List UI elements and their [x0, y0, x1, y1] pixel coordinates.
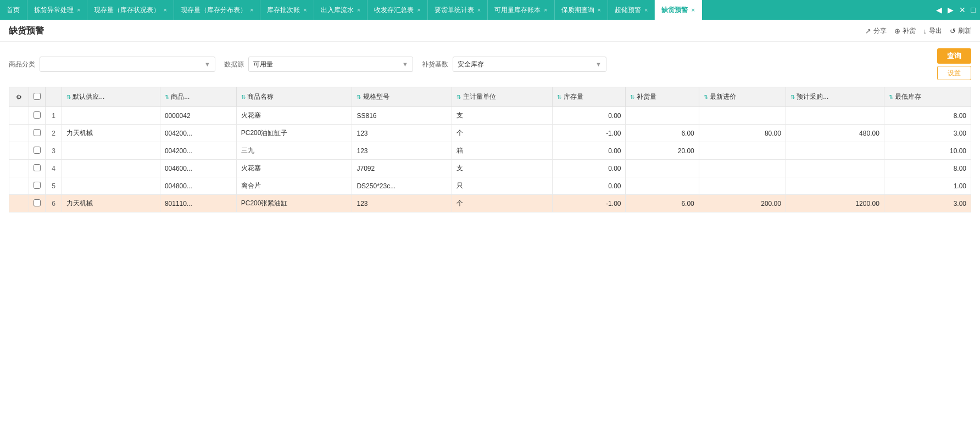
row-gear-cell-2 [9, 142, 29, 160]
datasource-select[interactable]: 可用量 ▼ [248, 57, 413, 72]
row-latest_price-3 [699, 160, 786, 177]
refresh-button[interactable]: ↺ 刷新 [950, 26, 971, 36]
select-all-checkbox[interactable] [34, 93, 41, 100]
datasource-label: 数据源 [224, 60, 244, 69]
code-th[interactable]: ⇅ 商品... [160, 87, 236, 107]
stock-th[interactable]: ⇅ 库存量 [553, 87, 626, 107]
tab-label-3: 现存量（库存分布表） [181, 5, 247, 15]
tab-label-6: 收发存汇总表 [374, 5, 414, 15]
export-button[interactable]: ↓ 导出 [923, 26, 943, 36]
tab-label-5: 出入库流水 [321, 5, 354, 15]
tab-item-4[interactable]: 库存批次账× [260, 0, 314, 20]
tab-prev-button[interactable]: ◀ [934, 5, 944, 15]
category-select[interactable]: ▼ [40, 57, 215, 72]
row-stock-3: 0.00 [553, 160, 626, 177]
tab-close-btn-5[interactable]: × [357, 7, 360, 13]
row-spec-3: J7092 [352, 160, 452, 177]
tab-close-btn-7[interactable]: × [477, 7, 481, 13]
supplier-th[interactable]: ⇅ 默认供应... [62, 87, 160, 107]
latest-price-th[interactable]: ⇅ 最新进价 [699, 87, 786, 107]
gear-settings-th[interactable]: ⚙ [9, 87, 29, 107]
tab-item-10[interactable]: 超储预警× [608, 0, 655, 20]
tab-item-5[interactable]: 出入库流水× [314, 0, 368, 20]
tab-close-btn-1[interactable]: × [77, 7, 80, 13]
tab-item-6[interactable]: 收发存汇总表× [368, 0, 427, 20]
spec-th[interactable]: ⇅ 规格型号 [352, 87, 452, 107]
tab-close-all-button[interactable]: ✕ [957, 5, 968, 15]
tab-close-btn-6[interactable]: × [417, 7, 420, 13]
row-checkbox-5[interactable] [34, 199, 41, 206]
tab-item-8[interactable]: 可用量库存账本× [488, 0, 554, 20]
tab-item-9[interactable]: 保质期查询× [555, 0, 608, 20]
tab-close-btn-11[interactable]: × [691, 7, 694, 13]
unit-th[interactable]: ⇅ 主计量单位 [452, 87, 553, 107]
settings-button[interactable]: 设置 [937, 66, 971, 80]
row-latest_price-0 [699, 107, 786, 125]
row-stock-0: 0.00 [553, 107, 626, 125]
restock-base-label: 补货基数 [422, 60, 448, 69]
row-checkbox-cell-3 [29, 160, 46, 177]
share-button[interactable]: ↗ 分享 [865, 26, 887, 36]
row-est_purchase-5: 1200.00 [786, 195, 884, 212]
row-checkbox-1[interactable] [34, 129, 41, 136]
sort-icon-restock: ⇅ [630, 94, 634, 100]
tab-close-btn-2[interactable]: × [163, 7, 166, 13]
table-row: 2力天机械004200...PC200油缸缸子123个-1.006.0080.0… [9, 125, 971, 142]
tab-item-1[interactable]: 拣货异常处理× [27, 0, 87, 20]
row-supplier-3 [62, 160, 160, 177]
table-header-row: ⚙ ⇅ 默认供应... ⇅ 商品... ⇅ 商品名称 ⇅ 规格型号 ⇅ 主计量单… [9, 87, 971, 107]
row-min_stock-3: 8.00 [884, 160, 971, 177]
row-est_purchase-3 [786, 160, 884, 177]
row-index-2: 3 [46, 142, 62, 160]
select-all-th[interactable] [29, 87, 46, 107]
data-table: ⚙ ⇅ 默认供应... ⇅ 商品... ⇅ 商品名称 ⇅ 规格型号 ⇅ 主计量单… [9, 87, 971, 212]
row-checkbox-2[interactable] [34, 147, 41, 154]
sort-icon-name: ⇅ [241, 94, 246, 100]
row-est_purchase-1: 480.00 [786, 125, 884, 142]
row-name-0: 火花塞 [236, 107, 352, 125]
row-unit-2: 箱 [452, 142, 553, 160]
tab-item-2[interactable]: 现存量（库存状况表）× [87, 0, 174, 20]
min-stock-th[interactable]: ⇅ 最低库存 [884, 87, 971, 107]
tab-item-11[interactable]: 缺货预警× [655, 0, 701, 20]
name-th[interactable]: ⇅ 商品名称 [236, 87, 352, 107]
row-unit-0: 支 [452, 107, 553, 125]
query-button[interactable]: 查询 [937, 48, 971, 64]
tab-item-7[interactable]: 要货单统计表× [428, 0, 488, 20]
tab-label-0: 首页 [7, 5, 20, 15]
sort-icon-spec: ⇅ [357, 94, 361, 100]
tab-close-btn-4[interactable]: × [303, 7, 307, 13]
row-min_stock-1: 3.00 [884, 125, 971, 142]
restock-base-select[interactable]: 安全库存 ▼ [453, 57, 606, 72]
restock-base-select-arrow-icon: ▼ [595, 61, 602, 68]
tab-item-0[interactable]: 首页 [0, 0, 27, 20]
est-purchase-th[interactable]: ⇅ 预计采购... [786, 87, 884, 107]
tab-next-button[interactable]: ▶ [945, 5, 956, 15]
row-supplier-1: 力天机械 [62, 125, 160, 142]
tab-close-btn-10[interactable]: × [644, 7, 648, 13]
restock-th[interactable]: ⇅ 补货量 [626, 87, 699, 107]
tab-close-btn-9[interactable]: × [598, 7, 601, 13]
restock-button[interactable]: ⊕ 补货 [894, 26, 916, 36]
row-checkbox-cell-4 [29, 177, 46, 195]
row-name-2: 三九 [236, 142, 352, 160]
row-checkbox-cell-0 [29, 107, 46, 125]
table-row: 4004600...火花塞J7092支0.008.00 [9, 160, 971, 177]
row-checkbox-3[interactable] [34, 164, 41, 171]
row-checkbox-cell-2 [29, 142, 46, 160]
tab-close-btn-3[interactable]: × [250, 7, 253, 13]
row-checkbox-0[interactable] [34, 111, 41, 119]
restock-base-filter-group: 补货基数 安全库存 ▼ [422, 57, 606, 72]
tab-close-btn-8[interactable]: × [544, 7, 547, 13]
tab-label-11: 缺货预警 [661, 5, 688, 15]
row-restock-0 [626, 107, 699, 125]
restock-icon: ⊕ [894, 27, 900, 35]
row-code-1: 004200... [160, 125, 236, 142]
row-latest_price-4 [699, 177, 786, 195]
row-index-0: 1 [46, 107, 62, 125]
row-checkbox-4[interactable] [34, 182, 41, 189]
tab-item-3[interactable]: 现存量（库存分布表）× [174, 0, 260, 20]
row-gear-cell-1 [9, 125, 29, 142]
row-code-3: 004600... [160, 160, 236, 177]
tab-restore-button[interactable]: □ [969, 5, 978, 15]
